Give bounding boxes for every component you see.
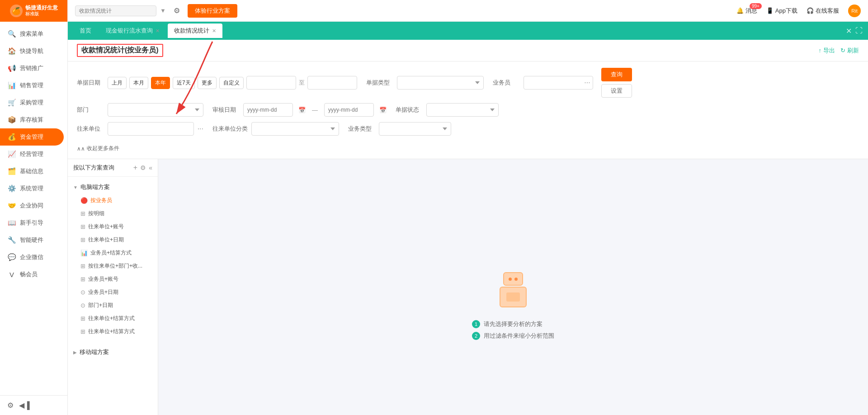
- doc-status-select[interactable]: [426, 103, 499, 117]
- sidebar-item-finance[interactable]: 💰 资金管理: [0, 128, 64, 146]
- counter-party-class-select[interactable]: [251, 122, 339, 136]
- review-calendar-end-icon[interactable]: 📅: [379, 107, 387, 113]
- tree-item-by-unit-dept[interactable]: ⊞ 按往来单位+部门+收...: [68, 259, 158, 273]
- biz-type-select[interactable]: [379, 122, 451, 136]
- tree-item-by-salesman-account[interactable]: ⊞ 业务员+账号: [68, 273, 158, 286]
- robot-left-eye: [509, 278, 512, 281]
- tree-item-detail-icon: ⊞: [80, 210, 85, 217]
- tree-item-by-salesman-settle[interactable]: 📊 业务员+结算方式: [68, 246, 158, 259]
- tree-item-by-unit-date[interactable]: ⊞ 往来单位+日期: [68, 233, 158, 246]
- salesman-label: 业务员: [493, 79, 520, 87]
- counter-party-more-icon[interactable]: ···: [198, 125, 203, 133]
- logo-text: 畅捷通好生意: [25, 5, 58, 11]
- tab-bank-flow-close-icon[interactable]: ✕: [156, 28, 160, 34]
- app-download-button[interactable]: 📱 App下载: [766, 7, 797, 15]
- search-panel: 单据日期 上月 本月 本年 近7天 更多 自定义 2023-01-01 至 20…: [68, 61, 868, 159]
- tab-bar-maximize-icon[interactable]: ⛶: [855, 27, 863, 35]
- tree-section-mobile: ▶ 移动端方案: [68, 342, 158, 363]
- refresh-button[interactable]: ↻ 刷新: [840, 47, 859, 55]
- wechat-icon: 💬: [7, 253, 16, 261]
- header-gear-button[interactable]: ⚙: [170, 4, 184, 18]
- member-icon: V: [7, 271, 16, 278]
- sidebar-item-sales[interactable]: 📊 销售管理: [0, 77, 67, 94]
- review-date-start[interactable]: [243, 103, 293, 117]
- user-avatar[interactable]: Rit: [848, 5, 861, 17]
- sidebar-item-marketing[interactable]: 📢 营销推广: [0, 60, 67, 77]
- tab-home[interactable]: 首页: [73, 24, 98, 38]
- sidebar-settings-icon[interactable]: ⚙: [7, 401, 14, 410]
- search-row-2: 部门 审核日期 📅 — 📅 单据状态: [77, 103, 859, 117]
- tab-bar: 首页 现金银行流水查询 ✕ 收款情况统计 ✕ ✕ ⛶: [68, 22, 868, 40]
- sidebar-item-purchase[interactable]: 🛒 采购管理: [0, 94, 67, 111]
- tree-item-by-dept-date[interactable]: ⊙ 部门+日期: [68, 299, 158, 312]
- online-service-button[interactable]: 🎧 在线客服: [807, 7, 839, 15]
- settings-button[interactable]: 设置: [601, 84, 632, 98]
- sidebar-item-operations[interactable]: 📈 经营管理: [0, 146, 67, 163]
- tree-item-by-unit-settle2[interactable]: ⊞ 往来单位+结算方式: [68, 325, 158, 338]
- sidebar-item-search[interactable]: 🔍 搜索菜单: [0, 25, 67, 42]
- sidebar-item-wechat[interactable]: 💬 企业微信: [0, 249, 67, 266]
- tab-bank-flow[interactable]: 现金银行流水查询 ✕: [99, 24, 166, 38]
- panel-collapse-icon[interactable]: «: [149, 164, 152, 171]
- trial-button[interactable]: 体验行业方案: [188, 4, 237, 18]
- date-this-year[interactable]: 本年: [151, 77, 170, 89]
- tab-collection-stats-close-icon[interactable]: ✕: [212, 28, 216, 34]
- salesman-input[interactable]: [524, 76, 594, 90]
- breadcrumb-input[interactable]: [75, 5, 156, 16]
- sidebar-item-system[interactable]: ⚙️ 系统管理: [0, 180, 67, 197]
- sidebar-item-enterprise[interactable]: 🤝 企业协同: [0, 197, 67, 214]
- enterprise-icon: 🤝: [7, 202, 16, 210]
- refresh-icon: ↻: [840, 47, 845, 54]
- counter-party-input[interactable]: [108, 122, 194, 136]
- tree-arrow-down-icon: ▼: [73, 185, 78, 190]
- tree-group-desktop[interactable]: ▼ 电脑端方案: [68, 180, 158, 194]
- biz-type-label: 业务类型: [348, 125, 375, 133]
- inventory-icon: 📦: [7, 116, 16, 124]
- panel-header-actions: + ⚙ «: [133, 164, 152, 172]
- tab-bar-close-all-icon[interactable]: ✕: [846, 27, 852, 35]
- export-button[interactable]: ↑ 导出: [819, 47, 835, 55]
- tree-item-by-salesman[interactable]: 🔴 按业务员: [68, 194, 158, 207]
- date-more[interactable]: 更多: [198, 77, 217, 89]
- content-layout: 按以下方案查询 + ⚙ « ▼ 电脑端方案 🔴 按业务员 ⊞: [68, 159, 868, 415]
- date-last-month[interactable]: 上月: [108, 77, 127, 89]
- tip-item-2: 2 用过滤条件来缩小分析范围: [472, 332, 554, 340]
- query-button[interactable]: 查询: [601, 68, 632, 81]
- sidebar-item-basic[interactable]: 🗂️ 基础信息: [0, 163, 67, 180]
- sidebar-item-hardware[interactable]: 🔧 智能硬件: [0, 231, 67, 249]
- date-this-month[interactable]: 本月: [129, 77, 148, 89]
- date-custom[interactable]: 自定义: [219, 77, 244, 89]
- tab-collection-stats[interactable]: 收款情况统计 ✕: [168, 24, 222, 38]
- collapse-conditions-button[interactable]: ∧∧ 收起更多条件: [77, 145, 859, 152]
- panel-add-icon[interactable]: +: [133, 164, 137, 172]
- dept-select[interactable]: [108, 103, 203, 117]
- review-calendar-start-icon[interactable]: 📅: [298, 107, 306, 113]
- basic-icon: 🗂️: [7, 167, 16, 175]
- review-date-end[interactable]: [324, 103, 374, 117]
- logo-icon: 🍊: [10, 5, 23, 17]
- salesman-more-icon[interactable]: ···: [584, 79, 590, 87]
- messages-button[interactable]: 🔔 消息 99+: [736, 7, 757, 15]
- doc-type-label: 单据类型: [366, 79, 393, 87]
- sidebar-item-guide[interactable]: 📖 新手引导: [0, 214, 67, 231]
- tree-item-by-unit-account[interactable]: ⊞ 往来单位+账号: [68, 220, 158, 233]
- panel-settings-icon[interactable]: ⚙: [140, 164, 146, 171]
- date-separator: 至: [299, 79, 305, 87]
- date-end-input[interactable]: 2023-12-31: [307, 76, 357, 90]
- sidebar-collapse-icon[interactable]: ◀▐: [19, 401, 29, 410]
- sidebar-item-inventory[interactable]: 📦 库存核算: [0, 111, 67, 128]
- tree-item-dept-date-icon: ⊙: [80, 302, 85, 309]
- sidebar-item-member[interactable]: V 畅会员: [0, 266, 67, 283]
- sidebar-item-quick-nav[interactable]: 🏠 快捷导航: [0, 42, 67, 60]
- hardware-icon: 🔧: [7, 236, 16, 244]
- tree-item-by-salesman-date[interactable]: ⊙ 业务员+日期: [68, 286, 158, 299]
- tip-item-1: 1 请先选择要分析的方案: [472, 320, 554, 328]
- breadcrumb-chevron-icon[interactable]: ▼: [160, 7, 166, 14]
- tree-group-mobile[interactable]: ▶ 移动端方案: [68, 345, 158, 359]
- tree-item-by-unit-settle1[interactable]: ⊞ 往来单位+结算方式: [68, 312, 158, 325]
- robot-chest: [506, 292, 520, 302]
- tree-item-by-detail[interactable]: ⊞ 按明细: [68, 207, 158, 220]
- date-7days[interactable]: 近7天: [173, 77, 195, 89]
- doc-type-select[interactable]: [397, 76, 484, 90]
- date-start-input[interactable]: 2023-01-01: [246, 76, 296, 90]
